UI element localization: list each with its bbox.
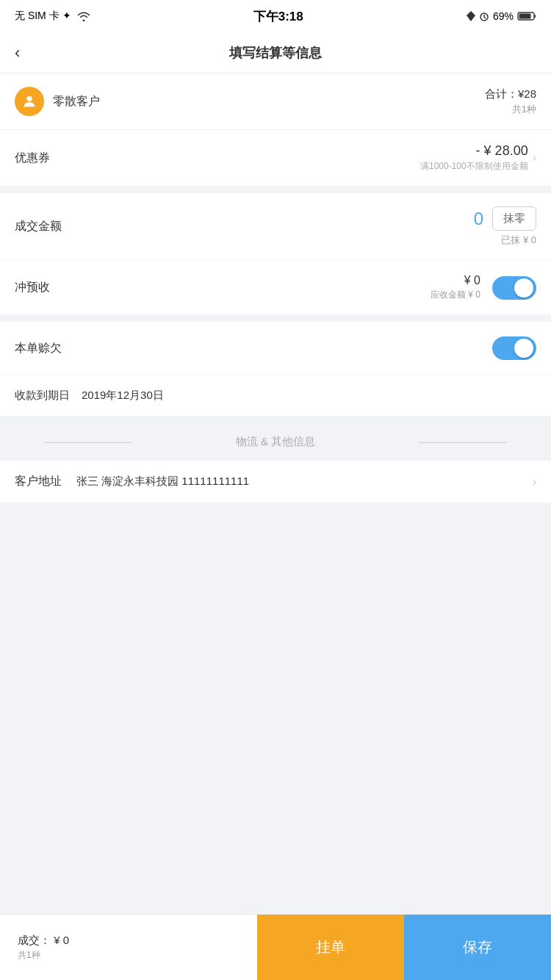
total-amount: 合计：¥28 [485,87,536,101]
coupon-label: 优惠券 [15,151,50,166]
prepay-row: 冲预收 ¥ 0 应收金额 ¥ 0 [0,261,551,314]
nav-bar: ‹ 填写结算等信息 [0,32,551,73]
deal-amount-controls: 抹零 [425,206,536,231]
coupon-row[interactable]: 优惠券 - ¥ 28.00 满1000-100不限制使用金额 › [0,129,551,186]
customer-right: 合计：¥28 共1种 [485,87,536,116]
deal-amount-right: 抹零 已抹 ¥ 0 [425,206,536,247]
status-time: 下午3:18 [253,8,303,25]
status-bar: 无 SIM 卡 ✦ 下午3:18 69% [0,0,551,32]
address-value: 张三 海淀永丰科技园 11111111111 [76,475,527,489]
prepay-toggle[interactable] [492,276,536,300]
bottom-deal-label: 成交： ¥ 0 [18,934,257,948]
deal-amount-input[interactable] [425,209,483,229]
battery-percent: 69% [493,10,514,22]
prepay-right: ¥ 0 应收金额 ¥ 0 [431,274,480,301]
debt-label: 本单赊欠 [15,341,62,356]
no-sim-label: 无 SIM 卡 ✦ [15,10,71,23]
page-title: 填写结算等信息 [229,44,322,62]
address-row[interactable]: 客户地址 张三 海淀永丰科技园 11111111111 › [0,461,551,503]
address-section: 客户地址 张三 海淀永丰科技园 11111111111 › [0,461,551,503]
due-date-row: 收款到期日 2019年12月30日 [0,375,551,416]
content: 零散客户 合计：¥28 共1种 优惠券 - ¥ 28.00 满1000-100不… [0,73,551,724]
svg-line-2 [484,17,486,18]
debt-row: 本单赊欠 [0,322,551,375]
total-count: 共1种 [485,103,536,116]
wifi-icon [77,11,90,21]
due-date-label: 收款到期日 [15,389,70,403]
due-date-value: 2019年12月30日 [82,389,164,403]
customer-left: 零散客户 [15,87,100,116]
back-button[interactable]: ‹ [15,43,20,62]
svg-point-6 [26,96,32,101]
bottom-bar: 成交： ¥ 0 共1种 挂单 保存 [0,914,551,980]
customer-name: 零散客户 [53,94,100,109]
round-zero-button[interactable]: 抹零 [492,206,536,231]
deal-amount-label: 成交金额 [15,219,62,234]
status-left: 无 SIM 卡 ✦ [15,10,90,23]
logistics-header: 物流 & 其他信息 [0,423,551,461]
debt-section: 本单赊欠 收款到期日 2019年12月30日 [0,322,551,416]
status-right: 69% [467,10,536,22]
chevron-right-icon: › [533,151,536,165]
coupon-right: - ¥ 28.00 满1000-100不限制使用金额 [420,143,528,173]
coupon-amount: - ¥ 28.00 [420,143,528,159]
prepay-label: 冲预收 [15,280,50,295]
empty-space [0,511,551,657]
svg-rect-4 [534,15,536,18]
deal-section: 成交金额 抹零 已抹 ¥ 0 冲预收 ¥ 0 应收金额 ¥ 0 [0,193,551,314]
hang-button[interactable]: 挂单 [257,915,404,981]
bottom-deal-info: 成交： ¥ 0 共1种 [0,934,257,962]
battery-icon [517,11,536,21]
customer-section: 零散客户 合计：¥28 共1种 优惠券 - ¥ 28.00 满1000-100不… [0,73,551,186]
deal-amount-row: 成交金额 抹零 已抹 ¥ 0 [0,193,551,261]
address-label: 客户地址 [15,474,62,489]
save-button[interactable]: 保存 [404,915,551,981]
bottom-deal-count: 共1种 [18,949,257,962]
svg-rect-5 [519,14,531,19]
customer-row: 零散客户 合计：¥28 共1种 [0,73,551,129]
already-rounded: 已抹 ¥ 0 [425,234,536,247]
location-icon [467,11,475,21]
alarm-icon [479,11,489,21]
prepay-amount: ¥ 0 [431,274,480,287]
debt-toggle[interactable] [492,336,536,360]
address-chevron-icon: › [533,475,536,489]
prepay-receivable: 应收金额 ¥ 0 [431,289,480,301]
customer-avatar [15,87,44,116]
coupon-description: 满1000-100不限制使用金额 [420,160,528,173]
logistics-title: 物流 & 其他信息 [236,435,315,447]
